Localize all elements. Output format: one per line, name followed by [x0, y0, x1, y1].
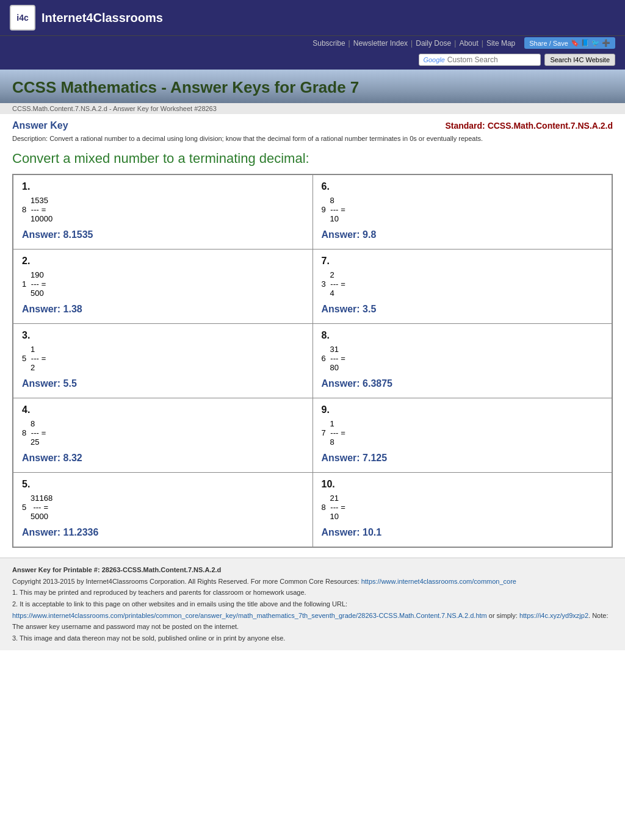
- problem-num-2: 2.: [22, 256, 304, 267]
- answer-key-header: Answer Key Standard: CCSS.Math.Content.7…: [12, 120, 613, 131]
- problems-grid: 1. 1535 8 --- = 10000 Answer: 8.1535 6.: [12, 174, 613, 548]
- answer-2: Answer: 1.38: [22, 304, 304, 315]
- problem-cell-3: 3. 1 5 --- = 2 Answer: 5.5: [13, 324, 313, 398]
- logo-area: i4c Internet4Classrooms: [10, 5, 163, 31]
- problem-cell-1: 1. 1535 8 --- = 10000 Answer: 8.1535: [13, 175, 313, 249]
- problem-num-5: 5.: [22, 479, 304, 490]
- description: Description: Convert a rational number t…: [12, 135, 613, 142]
- share-save-label: Share / Save: [529, 40, 568, 47]
- search-button[interactable]: Search I4C Website: [544, 54, 615, 66]
- answer-3: Answer: 5.5: [22, 378, 304, 389]
- nav-site-map[interactable]: Site Map: [483, 39, 518, 48]
- problem-cell-10: 10. 21 8 --- = 10 Answer: 10.1: [312, 473, 612, 547]
- problem-cell-4: 4. 8 8 --- = 25 Answer: 8.32: [13, 398, 313, 473]
- problem-num-7: 7.: [322, 256, 604, 267]
- problem-num-10: 10.: [322, 479, 604, 490]
- problem-cell-6: 6. 8 9 --- = 10 Answer: 9.8: [312, 175, 612, 249]
- footer-note3: 3. This image and data thereon may not b…: [12, 633, 613, 644]
- answer-10: Answer: 10.1: [322, 527, 604, 538]
- fraction-block-1: 1535 8 --- = 10000: [22, 196, 304, 223]
- logo-icon: i4c: [10, 5, 35, 31]
- answer-8: Answer: 6.3875: [322, 378, 604, 389]
- nav-daily-dose[interactable]: Daily Dose: [413, 39, 454, 48]
- problem-cell-2: 2. 190 1 --- = 500 Answer: 1.38: [13, 249, 313, 324]
- google-label: Google: [423, 56, 444, 63]
- problem-num-4: 4.: [22, 404, 304, 415]
- main-content: Answer Key Standard: CCSS.Math.Content.7…: [0, 114, 625, 558]
- fraction-block-8: 31 6 --- = 80: [322, 345, 604, 372]
- nav-links: Subscribe | Newsletter Index | Daily Dos…: [309, 37, 615, 49]
- footer-copyright: Copyright 2013-2015 by Internet4Classroo…: [12, 576, 613, 587]
- hero-banner: CCSS Mathematics - Answer Keys for Grade…: [0, 70, 625, 103]
- answer-7: Answer: 3.5: [322, 304, 604, 315]
- problem-num-6: 6.: [322, 181, 604, 192]
- footer-print-label: Answer Key for Printable #: 28263-CCSS.M…: [12, 564, 613, 576]
- answer-key-title: Answer Key: [12, 120, 68, 131]
- search-wrap: Google: [419, 54, 541, 66]
- problem-cell-8: 8. 31 6 --- = 80 Answer: 6.3875: [312, 324, 612, 398]
- problem-num-1: 1.: [22, 181, 304, 192]
- fraction-block-2: 190 1 --- = 500: [22, 270, 304, 298]
- nav-about[interactable]: About: [456, 39, 481, 48]
- problem-num-9: 9.: [322, 404, 604, 415]
- nav-bar: Subscribe | Newsletter Index | Daily Dos…: [0, 35, 625, 51]
- footer-note1: 1. This may be printed and reproduced by…: [12, 587, 613, 598]
- fraction-block-7: 2 3 --- = 4: [322, 270, 604, 298]
- problem-cell-5: 5. 31168 5 --- = 5000 Answer: 11.2336: [13, 473, 313, 547]
- answer-4: Answer: 8.32: [22, 453, 304, 464]
- answer-1: Answer: 8.1535: [22, 229, 304, 240]
- footer-url: https://www.internet4classrooms.com/prin…: [12, 610, 613, 633]
- search-input[interactable]: [447, 56, 527, 64]
- answer-5: Answer: 11.2336: [22, 527, 304, 538]
- problem-num-8: 8.: [322, 330, 604, 341]
- fraction-block-5: 31168 5 --- = 5000: [22, 494, 304, 521]
- problem-cell-9: 9. 1 7 --- = 8 Answer: 7.125: [312, 398, 612, 473]
- share-save-button[interactable]: Share / Save 🔖 📘 🐦 ➕: [524, 37, 615, 49]
- search-bar: Google Search I4C Website: [0, 51, 625, 70]
- problem-num-3: 3.: [22, 330, 304, 341]
- footer: Answer Key for Printable #: 28263-CCSS.M…: [0, 558, 625, 650]
- page-title: CCSS Mathematics - Answer Keys for Grade…: [12, 78, 613, 97]
- header: i4c Internet4Classrooms: [0, 0, 625, 35]
- nav-subscribe[interactable]: Subscribe: [309, 39, 348, 48]
- fraction-block-4: 8 8 --- = 25: [22, 419, 304, 447]
- fraction-block-9: 1 7 --- = 8: [322, 419, 604, 447]
- breadcrumb: CCSS.Math.Content.7.NS.A.2.d - Answer Ke…: [0, 103, 625, 114]
- footer-note2: 2. It is acceptable to link to this page…: [12, 598, 613, 610]
- fraction-block-3: 1 5 --- = 2: [22, 345, 304, 372]
- nav-newsletter[interactable]: Newsletter Index: [350, 39, 411, 48]
- problem-cell-7: 7. 2 3 --- = 4 Answer: 3.5: [312, 249, 612, 324]
- footer-common-core-link[interactable]: https://www.internet4classrooms.com/comm…: [361, 578, 516, 585]
- answer-9: Answer: 7.125: [322, 453, 604, 464]
- standard-label: Standard: CCSS.Math.Content.7.NS.A.2.d: [445, 121, 613, 131]
- answer-6: Answer: 9.8: [322, 229, 604, 240]
- share-icons: 🔖 📘 🐦 ➕: [571, 39, 610, 47]
- footer-url-short[interactable]: https://i4c.xyz/yd9xzjp2: [519, 612, 588, 619]
- footer-url-long[interactable]: https://www.internet4classrooms.com/prin…: [12, 612, 487, 619]
- fraction-block-10: 21 8 --- = 10: [322, 494, 604, 521]
- section-title: Convert a mixed number to a terminating …: [12, 151, 613, 167]
- fraction-block-6: 8 9 --- = 10: [322, 196, 604, 223]
- site-name: Internet4Classrooms: [42, 11, 163, 25]
